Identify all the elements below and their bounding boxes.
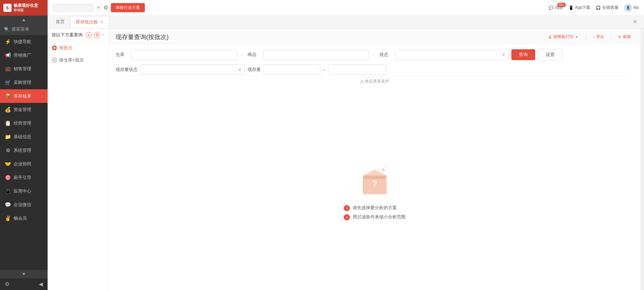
sidebar-scroll-up[interactable]: ▲	[0, 16, 48, 23]
member-icon: ✌	[5, 215, 11, 221]
user-name: Rit	[633, 5, 639, 10]
status-filter-group: 状态 ▼	[379, 50, 509, 60]
sidebar-nav: ⚡ 快捷导航 📢 营销推广 💼 销售管理 🛒 采购管理 📦 库存核算 💰 资金管…	[0, 35, 48, 270]
product-filter-group: 商品 ···	[248, 50, 377, 60]
messages-badge: 99+	[557, 3, 566, 7]
query-btn[interactable]: 查询	[511, 49, 535, 60]
inventory-qty-filter-group: 现存量（主） —	[248, 65, 377, 75]
sidebar-item-label: 企业微信	[14, 202, 31, 208]
warehouse-label: 仓库	[116, 52, 129, 58]
refresh-btn[interactable]: ↻ 刷新	[615, 33, 634, 41]
export-label: 导出	[596, 34, 604, 40]
user-menu[interactable]: 👤 Rit	[624, 4, 639, 12]
warehouse-input[interactable]	[131, 50, 237, 60]
online-service-action[interactable]: 🎧 在线客服	[596, 5, 618, 11]
empty-hint-2: 2 用过滤条件来缩小分析范围	[344, 214, 406, 220]
app-name-block: 畅康通好生意 标准版	[14, 3, 38, 13]
hint2-text: 用过滤条件来缩小分析范围	[353, 214, 406, 220]
tab-panel-close-btn[interactable]: ✕	[633, 19, 637, 25]
sidebar-item-finance[interactable]: 💰 资金管理	[0, 103, 48, 116]
topbar-gear-icon[interactable]: ⚙	[103, 4, 108, 11]
settings-btn[interactable]: 设置	[538, 49, 562, 60]
scheme-inactive-icon	[52, 57, 57, 63]
sidebar-item-label: 销售管理	[14, 66, 31, 72]
inventory-status-dropdown-icon: ▼	[238, 68, 242, 72]
hint1-text: 请先选择要分析的方案	[353, 205, 397, 211]
app-download-action[interactable]: 📱 App下载	[569, 5, 590, 11]
system-icon: ⚙	[5, 147, 11, 153]
online-service-label: 在线客服	[602, 5, 618, 11]
scheme-item-by-batch[interactable]: 按批次	[48, 42, 108, 54]
empty-state: ? 1 请先选择要分析的方案 2 用过滤条件来缩小分析范围	[109, 89, 641, 290]
sidebar-item-system[interactable]: ⚙ 系统管理	[0, 144, 48, 157]
sidebar-header: 6 畅康通好生意 标准版	[0, 0, 48, 16]
sidebar-item-basics[interactable]: 📁 基础信息	[0, 130, 48, 144]
product-input[interactable]	[263, 50, 369, 60]
sidebar-item-enterprise[interactable]: 🤝 企业协同	[0, 157, 48, 171]
sidebar-item-marketing[interactable]: 📢 营销推广	[0, 49, 48, 62]
warehouse-more-btn[interactable]: ···	[239, 53, 245, 57]
left-panel-title: 按以下方案查询	[52, 32, 83, 38]
breadcrumb-dropdown-icon[interactable]: ▼	[97, 5, 101, 10]
breadcrumb-input[interactable]	[53, 4, 94, 12]
scheme-label: 按批次	[59, 45, 72, 51]
tab-close-icon[interactable]: ✕	[100, 20, 103, 24]
add-scheme-icon[interactable]: +	[86, 32, 92, 38]
print-btn[interactable]: 🖨 按模板打印 ▼	[545, 33, 581, 41]
tab-inventory-batch-label: 库存批次账	[76, 19, 98, 25]
product-label: 商品	[248, 52, 261, 58]
inventory-status-select[interactable]: ▼	[140, 65, 245, 75]
sidebar-item-purchase[interactable]: 🛒 采购管理	[0, 76, 48, 89]
inventory-qty-label: 现存量（主）	[248, 67, 261, 73]
finance-icon: 💰	[5, 107, 11, 113]
right-scrollbar[interactable]	[641, 29, 644, 290]
collapse-more-btn[interactable]: ⋀ 收起更多条件	[122, 76, 627, 86]
sidebar-item-label: 营销推广	[14, 52, 31, 58]
status-select[interactable]: ▼	[395, 50, 509, 60]
export-btn[interactable]: ↑ 导出	[590, 33, 607, 41]
topbar-left: ▼ ⚙ 体验行业方案	[53, 3, 145, 12]
sidebar-item-inventory[interactable]: 📦 库存核算	[0, 89, 48, 103]
content-area: 按以下方案查询 + ⚙ » 按批次	[48, 29, 644, 290]
collapse-panel-icon[interactable]: »	[102, 33, 104, 37]
sidebar-item-shortcuts[interactable]: ⚡ 快捷导航	[0, 35, 48, 49]
svg-text:?: ?	[372, 179, 377, 189]
collapse-sidebar-icon[interactable]: ◀	[39, 281, 43, 287]
inventory-qty-from[interactable]	[263, 65, 320, 75]
empty-hints: 1 请先选择要分析的方案 2 用过滤条件来缩小分析范围	[344, 205, 406, 220]
refresh-label: 刷新	[623, 34, 631, 40]
sidebar-item-sales[interactable]: 💼 销售管理	[0, 62, 48, 76]
phone-icon: 📱	[569, 5, 574, 10]
scheme-settings-icon[interactable]: ⚙	[94, 32, 100, 38]
scheme-item-by-warehouse-batch[interactable]: 按仓库+批次	[48, 54, 108, 66]
sidebar-item-member[interactable]: ✌ 畅会员	[0, 212, 48, 225]
product-more-btn[interactable]: ···	[371, 53, 377, 57]
messages-action[interactable]: 💬 消息 99+	[548, 5, 563, 11]
appstore-icon: 📱	[5, 188, 11, 194]
tab-inventory-batch[interactable]: 库存批次账 ✕	[70, 16, 109, 28]
basics-icon: 📁	[5, 134, 11, 140]
sidebar-item-label: 应用中心	[14, 188, 31, 194]
header-divider	[586, 35, 586, 39]
collapse-more-label: 收起更多条件	[365, 78, 389, 84]
page-title: 现存量查询(按批次)	[116, 33, 169, 41]
sidebar-item-wechat[interactable]: 💬 企业微信	[0, 198, 48, 212]
scheme-label: 按仓库+批次	[59, 57, 84, 63]
sidebar-item-appstore[interactable]: 📱 应用中心	[0, 184, 48, 198]
message-icon: 💬	[548, 5, 554, 10]
status-dropdown-icon: ▼	[502, 53, 506, 57]
sidebar-item-newbie[interactable]: 🎯 新手引导	[0, 171, 48, 184]
sidebar-search[interactable]: 🔍 搜索菜单	[0, 23, 48, 35]
trial-btn[interactable]: 体验行业方案	[111, 3, 145, 12]
tab-home[interactable]: 首页	[50, 16, 70, 28]
sidebar-item-operations[interactable]: 📋 经营管理	[0, 116, 48, 130]
sidebar-scroll-down[interactable]: ▼	[0, 270, 48, 278]
inventory-qty-to[interactable]	[329, 65, 386, 75]
user-avatar-icon: 👤	[626, 6, 630, 10]
print-dropdown-icon[interactable]: ▼	[575, 35, 579, 39]
settings-footer-icon[interactable]: ⚙	[5, 281, 10, 287]
tab-home-label: 首页	[56, 19, 65, 24]
sidebar-item-label: 基础信息	[14, 134, 31, 140]
inventory-status-label: 现存量状态	[116, 67, 138, 73]
svg-point-3	[53, 59, 55, 61]
